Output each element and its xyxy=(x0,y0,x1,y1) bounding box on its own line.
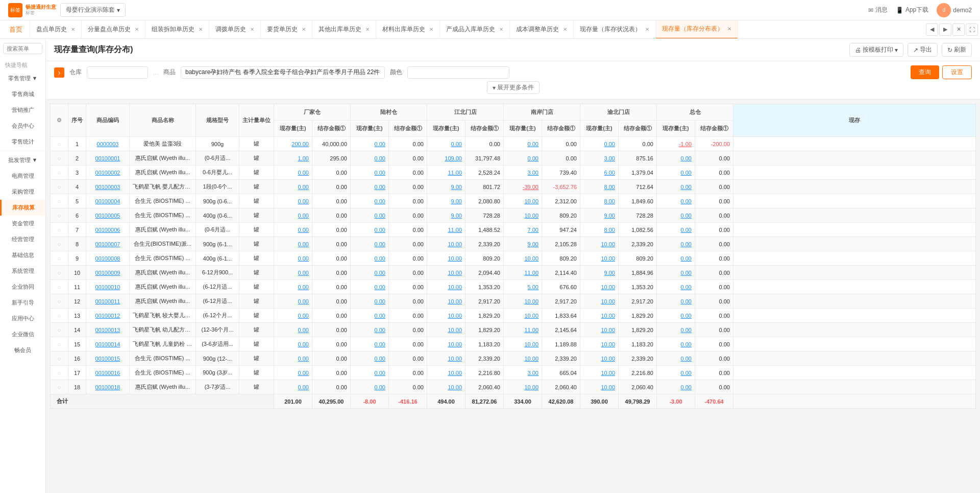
row-lcc-qty[interactable]: 0.00 xyxy=(351,380,389,394)
sidebar-item-inventory[interactable]: 库存核算 xyxy=(0,200,45,216)
row-yb-qty[interactable]: 10.00 xyxy=(580,351,619,366)
row-yb-qty[interactable]: 8.00 xyxy=(580,194,619,208)
row-jb-qty[interactable]: 11.00 xyxy=(427,166,465,180)
row-na-qty[interactable]: 3.00 xyxy=(504,366,542,380)
row-jb-qty[interactable]: 10.00 xyxy=(427,351,465,366)
row-yb-qty[interactable]: 10.00 xyxy=(580,323,619,337)
sidebar-item-retail-store[interactable]: 零售商城 xyxy=(0,86,45,102)
row-code[interactable]: 00100018 xyxy=(86,380,130,394)
tab-close-all-btn[interactable]: ✕ xyxy=(952,24,965,36)
row-total-qty[interactable]: -1.00 xyxy=(657,137,695,151)
row-code[interactable]: 00100006 xyxy=(86,223,130,237)
row-jb-qty[interactable]: 10.00 xyxy=(427,337,465,351)
row-lcc-qty[interactable]: 0.00 xyxy=(351,266,389,280)
row-jb-qty[interactable]: 10.00 xyxy=(427,380,465,394)
row-jb-qty[interactable]: 10.00 xyxy=(427,280,465,294)
row-code[interactable]: 00100003 xyxy=(86,180,130,194)
row-yb-qty[interactable]: 8.00 xyxy=(580,223,619,237)
row-na-qty[interactable]: 10.00 xyxy=(504,337,542,351)
row-code[interactable]: 00100005 xyxy=(86,208,130,223)
row-total-qty[interactable]: 0.00 xyxy=(657,351,695,366)
sidebar-item-wholesale[interactable]: 批发管理 ▼ xyxy=(0,152,45,168)
row-na-qty[interactable]: 10.00 xyxy=(504,208,542,223)
row-lcc-qty[interactable]: 0.00 xyxy=(351,237,389,251)
tab-close-10[interactable]: ✕ xyxy=(644,26,650,33)
row-na-qty[interactable]: 11.00 xyxy=(504,266,542,280)
row-jb-qty[interactable]: 10.00 xyxy=(427,366,465,380)
row-code[interactable]: 00100009 xyxy=(86,266,130,280)
row-na-qty[interactable]: 5.00 xyxy=(504,280,542,294)
sidebar-item-basics[interactable]: 基础信息 xyxy=(0,247,45,263)
color-input[interactable] xyxy=(407,66,509,79)
sidebar-item-finance[interactable]: 资金管理 xyxy=(0,216,45,231)
row-na-qty[interactable]: 10.00 xyxy=(504,309,542,323)
row-lcc-qty[interactable]: 0.00 xyxy=(351,194,389,208)
sidebar-item-guide[interactable]: 新手引导 xyxy=(0,295,45,311)
row-na-qty[interactable]: 10.00 xyxy=(504,251,542,266)
row-cjc-qty[interactable]: 0.00 xyxy=(274,180,312,194)
sidebar-item-enterprise-wechat[interactable]: 企业微信 xyxy=(0,326,45,342)
tab-next-btn[interactable]: ▶ xyxy=(939,24,951,36)
tab-close-2[interactable]: ✕ xyxy=(134,26,140,33)
row-jb-qty[interactable]: 11.00 xyxy=(427,223,465,237)
row-total-qty[interactable]: 0.00 xyxy=(657,266,695,280)
row-lcc-qty[interactable]: 0.00 xyxy=(351,223,389,237)
tab-home[interactable]: 首页 xyxy=(2,20,30,39)
row-cjc-qty[interactable]: 0.00 xyxy=(274,351,312,366)
row-jb-qty[interactable]: 10.00 xyxy=(427,251,465,266)
tab-close-11[interactable]: ✕ xyxy=(726,26,732,32)
sidebar-item-operations[interactable]: 经营管理 xyxy=(0,231,45,247)
gear-icon[interactable]: ⚙ xyxy=(57,117,62,123)
row-cjc-qty[interactable]: 0.00 xyxy=(274,309,312,323)
row-cjc-qty[interactable]: 0.00 xyxy=(274,380,312,394)
user-area[interactable]: d demo2 xyxy=(937,3,972,17)
row-na-qty[interactable]: 3.00 xyxy=(504,166,542,180)
row-total-qty[interactable]: 0.00 xyxy=(657,151,695,166)
sidebar-item-member-plus[interactable]: 畅会员 xyxy=(0,342,45,358)
row-total-qty[interactable]: 0.00 xyxy=(657,280,695,294)
row-jb-qty[interactable]: 10.00 xyxy=(427,323,465,337)
row-total-qty[interactable]: 0.00 xyxy=(657,237,695,251)
tab-prev-btn[interactable]: ◀ xyxy=(926,24,938,36)
tab-expand-btn[interactable]: ⛶ xyxy=(966,24,978,36)
row-code[interactable]: 00100012 xyxy=(86,309,130,323)
tab-transfer[interactable]: 调拨单历史 ✕ xyxy=(209,20,261,39)
row-code[interactable]: 00100014 xyxy=(86,337,130,351)
sidebar-item-members[interactable]: 会员中心 xyxy=(0,118,45,134)
row-cjc-qty[interactable]: 0.00 xyxy=(274,237,312,251)
sidebar-item-app-center[interactable]: 应用中心 xyxy=(0,311,45,326)
row-lcc-qty[interactable]: 0.00 xyxy=(351,366,389,380)
query-btn[interactable]: 查询 xyxy=(911,65,939,79)
row-code[interactable]: 00100004 xyxy=(86,194,130,208)
sidebar-item-retail-mgmt[interactable]: 零售管理 ▼ xyxy=(0,71,45,86)
row-cjc-qty[interactable]: 0.00 xyxy=(274,251,312,266)
row-yb-qty[interactable]: 10.00 xyxy=(580,294,619,309)
row-lcc-qty[interactable]: 0.00 xyxy=(351,351,389,366)
row-lcc-qty[interactable]: 0.00 xyxy=(351,294,389,309)
warehouse-input[interactable] xyxy=(87,66,148,79)
tab-close-9[interactable]: ✕ xyxy=(562,26,568,33)
row-na-qty[interactable]: 0.00 xyxy=(504,151,542,166)
row-code[interactable]: 00100013 xyxy=(86,323,130,337)
app-download-btn[interactable]: 📱 App下载 xyxy=(896,6,928,14)
col-header-settings[interactable]: ⚙ xyxy=(51,104,68,137)
tab-inventory-check[interactable]: 盘点单历史 ✕ xyxy=(30,20,82,39)
row-yb-qty[interactable]: 10.00 xyxy=(580,280,619,294)
row-total-qty[interactable]: 0.00 xyxy=(657,294,695,309)
tab-close-1[interactable]: ✕ xyxy=(70,26,76,33)
row-total-qty[interactable]: 0.00 xyxy=(657,251,695,266)
row-code[interactable]: 00100015 xyxy=(86,351,130,366)
row-jb-qty[interactable]: 10.00 xyxy=(427,309,465,323)
row-yb-qty[interactable]: 10.00 xyxy=(580,309,619,323)
tab-cost-adjust[interactable]: 成本调整单历史 ✕ xyxy=(510,20,574,39)
row-na-qty[interactable]: 0.00 xyxy=(504,137,542,151)
row-na-qty[interactable]: 9.00 xyxy=(504,237,542,251)
expand-more-btn[interactable]: ▾ 展开更多条件 xyxy=(487,81,540,94)
row-na-qty[interactable]: -39.00 xyxy=(504,180,542,194)
tab-close-3[interactable]: ✕ xyxy=(198,26,204,33)
row-jb-qty[interactable]: 0.00 xyxy=(427,137,465,151)
row-jb-qty[interactable]: 10.00 xyxy=(427,266,465,280)
row-yb-qty[interactable]: 9.00 xyxy=(580,208,619,223)
tab-product-in[interactable]: 产成品入库单历史 ✕ xyxy=(440,20,510,39)
row-code[interactable]: 00100010 xyxy=(86,280,130,294)
